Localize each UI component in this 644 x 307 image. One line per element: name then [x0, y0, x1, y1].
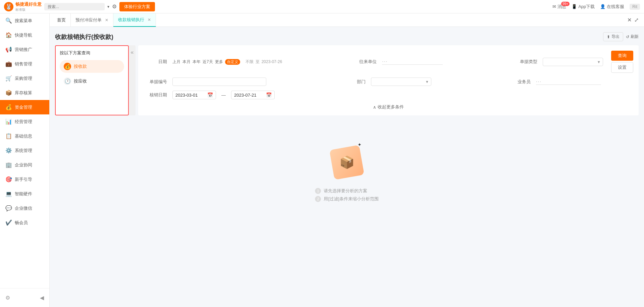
- tab-prepay-label: 预付冲应付单: [75, 17, 102, 23]
- message-button[interactable]: ✉ 消息 99+: [552, 4, 566, 10]
- sidebar: 🔍 搜索菜单 🏠 快捷导航 📢 营销推广 💼 销售管理 🛒 采购管理 📦 库存核…: [0, 13, 50, 307]
- collapse-more-button[interactable]: ∧ 收起更多条件: [144, 104, 633, 110]
- date-this-year[interactable]: 本年: [193, 59, 201, 65]
- top-bar-left: 🐰 畅捷通好生意 标准版 ▾ ⚙ 体验行业方案: [4, 1, 155, 12]
- sidebar-label-sales: 销售管理: [15, 61, 32, 67]
- app-download-button[interactable]: 📱 App下载: [572, 4, 595, 10]
- window-maximize-button[interactable]: ⤢: [634, 17, 639, 23]
- page-title: 收款核销执行(按收款): [55, 33, 113, 41]
- tab-window-actions: ✕ ⤢: [625, 17, 641, 23]
- empty-face-icon: 📦: [339, 155, 355, 169]
- sidebar-label-finance: 资金管理: [15, 104, 32, 110]
- date-to-label: 至: [256, 59, 260, 65]
- sidebar-collapse-button[interactable]: ◀: [40, 295, 44, 301]
- chevron-up-icon: ∧: [373, 105, 376, 110]
- home-icon: 🏠: [5, 32, 12, 38]
- sidebar-item-shortcut[interactable]: 🏠 快捷导航: [0, 28, 49, 42]
- doc-type-label: 单据类型: [514, 59, 537, 65]
- sidebar-label-shortcut: 快捷导航: [15, 32, 32, 38]
- basic-icon: 📋: [5, 133, 12, 139]
- doc-type-select[interactable]: ▾: [543, 58, 603, 66]
- sidebar-settings-button[interactable]: ⚙ ◀: [0, 291, 49, 304]
- receipt-option-icon: 💰: [64, 63, 71, 70]
- date-more[interactable]: 更多: [215, 59, 223, 65]
- sidebar-label-purchase: 采购管理: [15, 75, 32, 82]
- counterparty-more-btn[interactable]: ···: [382, 59, 388, 64]
- doc-type-arrow: ▾: [598, 59, 600, 64]
- brand: 🐰 畅捷通好生意 标准版: [4, 1, 42, 12]
- sidebar-item-member[interactable]: ✔️ 畅会员: [0, 215, 49, 230]
- sidebar-item-hardware[interactable]: 💻 智能硬件: [0, 187, 49, 201]
- window-close-button[interactable]: ✕: [627, 17, 632, 23]
- service-label: 在线客服: [607, 4, 624, 10]
- tab-receipt-label: 收款核销执行: [118, 17, 144, 23]
- tab-receipt[interactable]: 收款核销执行 ✕: [113, 13, 156, 27]
- content-area: 首页 预付冲应付单 ✕ 收款核销执行 ✕ ✕ ⤢ 收款核销执行(按收款): [50, 13, 644, 307]
- sidebar-item-basic[interactable]: 📋 基础信息: [0, 129, 49, 143]
- verify-date-end-input[interactable]: 2023-07-21 📅: [231, 91, 275, 99]
- filter-row-date: 日期 上月 本月 本年 近7天 更多 自定义 不限 至 2023-07: [144, 51, 633, 73]
- user-name[interactable]: Rit: [630, 4, 640, 10]
- wechat-icon: 💬: [5, 205, 12, 211]
- refresh-button[interactable]: ↺ 刷新: [626, 32, 639, 41]
- empty-star-icon: ✦: [357, 142, 362, 148]
- date-this-month[interactable]: 本月: [182, 59, 191, 65]
- sidebar-item-enterprise[interactable]: 🏢 企业协同: [0, 158, 49, 172]
- page-content: 收款核销执行(按收款) ⬆ 导出 ↺ 刷新 按以下方案查询: [50, 27, 644, 307]
- sidebar-item-purchase[interactable]: 🛒 采购管理: [0, 71, 49, 86]
- sidebar-item-newbie[interactable]: 🎯 新手引导: [0, 172, 49, 187]
- filter-option-receipt[interactable]: 💰 按收款: [60, 60, 124, 73]
- sidebar-item-inventory[interactable]: 📦 库存核算: [0, 86, 49, 100]
- calendar-start-icon[interactable]: 📅: [207, 92, 213, 98]
- dropdown-arrow[interactable]: ▾: [107, 4, 109, 9]
- online-service-button[interactable]: 👤 在线客服: [600, 4, 624, 10]
- date-custom-badge[interactable]: 自定义: [225, 59, 240, 65]
- sidebar-item-sales[interactable]: 💼 销售管理: [0, 57, 49, 71]
- solution-button[interactable]: 体验行业方案: [119, 2, 155, 11]
- calendar-end-icon[interactable]: 📅: [266, 92, 272, 98]
- tab-prepay-close[interactable]: ✕: [105, 18, 108, 22]
- verify-date-start-value: 2023-03-01: [175, 93, 198, 98]
- dept-select[interactable]: ▾: [371, 78, 431, 86]
- staff-more-btn[interactable]: ···: [536, 79, 542, 84]
- gear-icon[interactable]: ⚙: [112, 3, 117, 10]
- sidebar-item-marketing[interactable]: 📢 营销推广: [0, 42, 49, 57]
- filter-option-receivable[interactable]: 🕐 按应收: [60, 75, 124, 88]
- sidebar-bottom: ⚙ ◀: [0, 288, 49, 307]
- sidebar-item-finance[interactable]: 💰 资金管理: [0, 100, 49, 114]
- top-bar: 🐰 畅捷通好生意 标准版 ▾ ⚙ 体验行业方案 ✉ 消息 99+ 📱 App下载…: [0, 0, 644, 13]
- date-separator: —: [221, 93, 226, 98]
- verify-date-start-input[interactable]: 2023-03-01 📅: [172, 91, 216, 99]
- tab-home[interactable]: 首页: [52, 13, 71, 27]
- receipt-option-label: 按收款: [74, 63, 87, 69]
- finance-icon: 💰: [5, 104, 12, 110]
- query-button[interactable]: 查询: [611, 51, 633, 61]
- search-icon: 🔍: [5, 17, 12, 24]
- date-7days[interactable]: 近7天: [203, 59, 213, 65]
- date-last-month[interactable]: 上月: [172, 59, 180, 65]
- settings-button[interactable]: 设置: [611, 62, 633, 73]
- brand-sub: 标准版: [15, 7, 42, 12]
- message-icon: ✉: [552, 4, 556, 9]
- sidebar-label-system: 系统管理: [15, 148, 32, 154]
- export-button[interactable]: ⬆ 导出: [603, 32, 623, 41]
- purchase-icon: 🛒: [5, 75, 12, 82]
- sidebar-item-wechat[interactable]: 💬 企业微信: [0, 201, 49, 215]
- tab-prepay[interactable]: 预付冲应付单 ✕: [71, 13, 113, 27]
- date-unlimited-label: 不限: [246, 59, 254, 65]
- tab-receipt-close[interactable]: ✕: [148, 17, 151, 22]
- sidebar-item-operation[interactable]: 📊 经营管理: [0, 114, 49, 129]
- sidebar-item-search[interactable]: 🔍 搜索菜单: [0, 13, 49, 28]
- sidebar-label-hardware: 智能硬件: [15, 191, 32, 197]
- sidebar-label-basic: 基础信息: [15, 133, 32, 139]
- filter-layout: 按以下方案查询 💰 按收款 🕐 按应收 « 日期: [55, 45, 639, 115]
- filter-collapse-arrow[interactable]: «: [129, 45, 136, 115]
- receivable-option-icon: 🕐: [64, 78, 71, 85]
- empty-hint-1-text: 请先选择要分析的方案: [324, 188, 367, 194]
- sidebar-item-system[interactable]: ⚙️ 系统管理: [0, 143, 49, 158]
- settings-icon: ⚙: [5, 295, 10, 301]
- filter-panel-title: 按以下方案查询: [60, 50, 124, 56]
- search-input[interactable]: [44, 3, 105, 10]
- doc-no-input[interactable]: [172, 78, 266, 86]
- receivable-option-label: 按应收: [74, 78, 87, 84]
